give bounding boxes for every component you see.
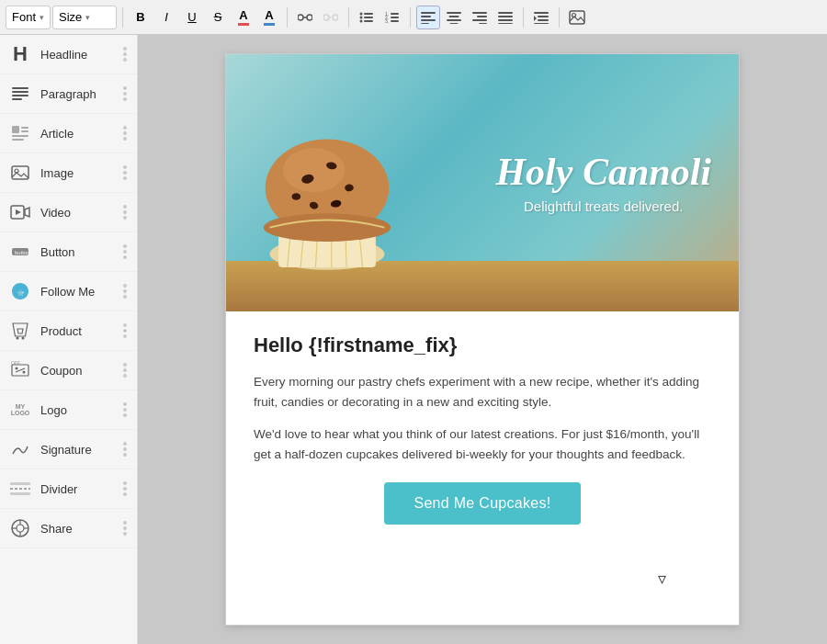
highlight-color-button[interactable]: A: [257, 6, 281, 29]
cta-button[interactable]: Send Me Cupcakes!: [384, 482, 580, 525]
align-center-button[interactable]: [442, 6, 466, 29]
drag-handle: [122, 442, 128, 457]
bold-button[interactable]: B: [129, 6, 153, 29]
sidebar-item-headline[interactable]: H Headline: [0, 35, 137, 74]
svg-rect-34: [538, 19, 549, 21]
drag-handle: [122, 481, 128, 496]
align-left-button[interactable]: [416, 6, 440, 29]
sidebar-item-paragraph[interactable]: Paragraph: [0, 74, 137, 114]
svg-rect-1: [307, 15, 312, 20]
drag-handle: [122, 126, 128, 141]
image-icon: [9, 162, 31, 184]
svg-text:3.: 3.: [385, 18, 389, 24]
email-greeting: Hello {!firstname_fix}: [254, 333, 711, 357]
button-label: Button: [40, 245, 113, 259]
svg-rect-45: [21, 130, 28, 132]
link-button[interactable]: [293, 6, 317, 29]
sep5: [523, 7, 524, 28]
svg-rect-9: [364, 20, 373, 22]
logo-icon: MYLOGO: [9, 399, 31, 421]
sidebar-item-share[interactable]: Share: [0, 509, 137, 548]
sidebar-item-video[interactable]: Video: [0, 193, 137, 232]
sep6: [559, 7, 560, 28]
sidebar-item-divider[interactable]: Divider: [0, 469, 137, 509]
italic-button[interactable]: I: [154, 6, 178, 29]
align-right-button[interactable]: [468, 6, 492, 29]
size-dropdown[interactable]: Size ▾: [52, 6, 117, 29]
svg-rect-33: [538, 16, 549, 17]
divider-label: Divider: [40, 482, 113, 496]
svg-point-66: [17, 525, 24, 532]
font-dropdown[interactable]: Font ▾: [6, 6, 51, 29]
font-label: Font: [12, 10, 36, 24]
svg-rect-0: [298, 15, 303, 20]
hero-image: Holy Cannoli Delightful treats delivered…: [226, 54, 739, 311]
align-right-icon: [472, 11, 487, 24]
unlink-button[interactable]: [319, 6, 343, 29]
svg-rect-35: [534, 23, 549, 24]
list-unordered-icon: [359, 11, 374, 24]
svg-rect-20: [447, 12, 461, 14]
headline-icon: H: [9, 43, 31, 65]
drag-handle: [122, 47, 128, 62]
svg-text:button: button: [15, 250, 30, 255]
svg-point-55: [17, 337, 19, 340]
email-preview: Holy Cannoli Delightful treats delivered…: [225, 53, 740, 626]
main-layout: H Headline Paragraph Article Image: [0, 35, 827, 644]
image-insert-button[interactable]: [565, 6, 589, 29]
list-ordered-button[interactable]: 1. 2. 3.: [380, 6, 404, 29]
cta-container: Send Me Cupcakes!: [254, 482, 711, 525]
drag-handle: [122, 165, 128, 180]
indent-button[interactable]: [529, 6, 553, 29]
align-justify-button[interactable]: [493, 6, 517, 29]
share-icon: [9, 517, 31, 539]
svg-rect-46: [12, 135, 28, 137]
sidebar-item-product[interactable]: Product: [0, 311, 137, 351]
list-unordered-button[interactable]: [355, 6, 379, 29]
svg-point-56: [22, 337, 25, 340]
sidebar-item-coupon[interactable]: OFF Coupon: [0, 351, 137, 390]
paragraph-icon: [9, 83, 31, 105]
svg-rect-29: [498, 16, 513, 17]
email-body: Hello {!firstname_fix} Every morning our…: [226, 311, 739, 552]
list-ordered-icon: 1. 2. 3.: [385, 11, 400, 24]
svg-marker-52: [16, 209, 21, 215]
svg-rect-18: [421, 19, 436, 21]
svg-rect-28: [498, 12, 513, 14]
follow-me-icon: [9, 280, 31, 302]
sidebar-item-follow-me[interactable]: Follow Me: [0, 272, 137, 311]
drag-handle: [122, 244, 128, 259]
size-arrow: ▾: [85, 13, 90, 22]
sidebar-item-button[interactable]: button Button: [0, 232, 137, 272]
sidebar-item-image[interactable]: Image: [0, 153, 137, 193]
hero-title: Holy Cannoli: [495, 151, 711, 193]
hero-subtitle: Delightful treats delivered.: [495, 199, 711, 215]
sidebar-item-signature[interactable]: Signature: [0, 430, 137, 469]
image-label: Image: [40, 166, 113, 180]
svg-rect-26: [472, 19, 487, 21]
svg-rect-16: [421, 12, 436, 14]
svg-point-4: [360, 12, 363, 15]
sidebar-item-logo[interactable]: MYLOGO Logo: [0, 390, 137, 430]
drag-handle: [122, 363, 128, 378]
canvas-area: Holy Cannoli Delightful treats delivered…: [138, 35, 827, 644]
link-icon: [298, 13, 312, 22]
sep2: [287, 7, 288, 28]
svg-rect-62: [10, 482, 30, 485]
svg-rect-27: [479, 23, 487, 24]
size-label: Size: [59, 10, 82, 24]
svg-rect-43: [12, 126, 19, 133]
svg-rect-19: [421, 23, 429, 24]
drag-handle: [122, 205, 128, 220]
font-color-button[interactable]: A: [232, 6, 255, 29]
svg-rect-7: [364, 17, 373, 18]
underline-button[interactable]: U: [180, 6, 204, 29]
video-icon: [9, 201, 31, 223]
svg-rect-13: [391, 17, 399, 18]
font-arrow: ▾: [40, 13, 44, 22]
strikethrough-button[interactable]: S: [206, 6, 230, 29]
svg-point-59: [23, 371, 26, 374]
drag-handle: [122, 284, 128, 299]
sidebar-item-article[interactable]: Article: [0, 114, 137, 153]
svg-rect-40: [12, 91, 28, 93]
